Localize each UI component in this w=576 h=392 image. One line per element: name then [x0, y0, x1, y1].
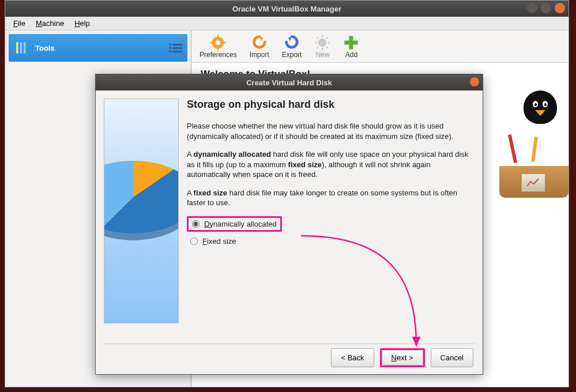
- minimize-icon[interactable]: [527, 3, 537, 13]
- toolbar-import-button[interactable]: Import: [246, 33, 273, 60]
- svg-line-14: [317, 37, 318, 38]
- toolbar-export-button[interactable]: Export: [278, 33, 306, 60]
- back-button[interactable]: < Back: [331, 348, 374, 367]
- dialog-paragraph: A fixed size hard disk file may take lon…: [187, 188, 475, 208]
- tools-icon: [14, 40, 29, 55]
- radio-label: Fixed size: [202, 237, 236, 246]
- menu-bar: File Machine Help: [5, 17, 569, 31]
- toolbar-label: Add: [345, 51, 357, 59]
- dialog-paragraph: Please choose whether the new virtual ha…: [187, 121, 475, 141]
- svg-rect-19: [345, 40, 358, 44]
- gear-icon: [210, 35, 226, 51]
- chart-icon: [521, 174, 545, 192]
- svg-rect-1: [20, 42, 22, 54]
- svg-rect-7: [210, 42, 213, 43]
- radio-label: Dynamically allocated: [204, 220, 277, 228]
- toolbar-label: Export: [282, 51, 302, 59]
- desktop-edge: [0, 387, 576, 392]
- plus-icon: [343, 35, 359, 51]
- menu-machine[interactable]: Machine: [31, 18, 69, 29]
- dialog-paragraph: A dynamically allocated hard disk file w…: [187, 149, 475, 180]
- export-icon: [284, 35, 300, 51]
- svg-rect-2: [24, 42, 25, 54]
- dialog-title: Create Virtual Hard Disk: [246, 78, 332, 87]
- tools-label: Tools: [35, 44, 55, 52]
- dialog-heading: Storage on physical hard disk: [187, 99, 475, 111]
- svg-rect-5: [217, 35, 219, 38]
- svg-rect-8: [223, 42, 227, 43]
- divider: [104, 344, 475, 344]
- cancel-button[interactable]: Cancel: [431, 348, 473, 367]
- toolbar-add-button[interactable]: Add: [340, 33, 363, 60]
- create-virtual-hard-disk-dialog: Create Virtual Hard Disk Storage on phys…: [95, 74, 483, 375]
- toolbar-label: Preferences: [199, 51, 237, 59]
- svg-line-16: [317, 47, 318, 48]
- radio-dynamically-allocated[interactable]: Dynamically allocated: [189, 218, 280, 230]
- main-window-title: Oracle VM VirtualBox Manager: [5, 5, 569, 13]
- sidebar-tools-button[interactable]: Tools: [9, 34, 187, 62]
- sun-icon: [314, 35, 330, 51]
- toolbar-label: New: [315, 51, 329, 59]
- svg-rect-0: [16, 42, 18, 54]
- import-icon: [251, 35, 268, 51]
- close-icon[interactable]: [470, 77, 479, 86]
- radio-input[interactable]: [192, 220, 199, 228]
- maximize-icon[interactable]: [541, 3, 551, 13]
- desktop-edge: [0, 0, 5, 392]
- toolbar-preferences-button[interactable]: Preferences: [196, 33, 240, 60]
- main-titlebar[interactable]: Oracle VM VirtualBox Manager: [5, 1, 569, 17]
- radio-input[interactable]: [190, 238, 198, 245]
- pie-chart-icon: [104, 161, 179, 233]
- svg-line-15: [326, 47, 327, 48]
- svg-line-17: [326, 37, 327, 38]
- dialog-footer: < Back Next > Cancel: [331, 348, 473, 367]
- wizard-illustration: [104, 99, 179, 323]
- dialog-titlebar[interactable]: Create Virtual Hard Disk: [96, 74, 483, 91]
- close-icon[interactable]: [555, 3, 565, 13]
- main-toolbar: Preferences Import Export New Add: [191, 31, 569, 63]
- radio-fixed-size[interactable]: Fixed size: [187, 235, 475, 247]
- next-button[interactable]: Next >: [382, 350, 423, 365]
- toolbar-new-button[interactable]: New: [311, 33, 334, 60]
- toolbar-label: Import: [250, 51, 269, 59]
- list-icon[interactable]: [172, 44, 183, 52]
- mascot-illustration: [470, 94, 569, 198]
- svg-point-4: [216, 40, 220, 44]
- menu-file[interactable]: File: [9, 18, 30, 29]
- desktop-edge: [569, 0, 576, 392]
- menu-help[interactable]: Help: [70, 18, 95, 29]
- svg-point-9: [318, 39, 326, 47]
